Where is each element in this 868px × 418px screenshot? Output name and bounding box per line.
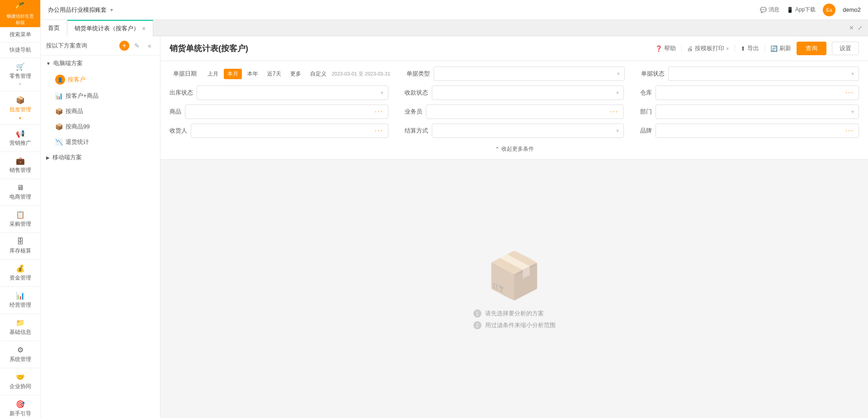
type-filter-col: 单据类型 ▾ (406, 66, 624, 81)
warehouse-col: 仓库 ··· (640, 86, 859, 100)
payment-method-label: 结算方式 (405, 127, 428, 135)
active-indicator: 👤 (55, 75, 65, 85)
sidebar-label-basic: 基础信息 (9, 328, 31, 336)
empty-tip-2: 2 用过滤条件来缩小分析范围 (473, 321, 556, 329)
help-action[interactable]: ❓ 帮助 (655, 44, 676, 52)
date-range-display: 2023-03-01 至 2023-03-31 (332, 71, 391, 77)
left-panel-header: 按以下方案查询 + ✎ « (41, 36, 160, 56)
sidebar-item-ecommerce[interactable]: 🖥 电商管理 (0, 179, 40, 206)
close-window-icon[interactable]: ✕ (849, 24, 854, 31)
pc-scheme-group: ▼ 电脑端方案 👤 按客户 📊 按客户+商品 📦 按商品 (41, 56, 160, 150)
collapse-bar[interactable]: ⌃ 收起更多条件 (170, 142, 859, 156)
product99-icon: 📦 (55, 123, 63, 130)
sidebar-item-sales[interactable]: 💼 销售管理 (0, 152, 40, 179)
sidebar-label-system: 系统管理 (9, 356, 31, 363)
sidebar-item-basic[interactable]: 📁 基础信息 (0, 314, 40, 341)
print-label: 按模板打印 (695, 44, 724, 52)
logo-text: 畅捷信好生意 (7, 14, 34, 19)
help-icon: ❓ (655, 45, 662, 52)
sidebar-label-purchase: 采购管理 (9, 220, 31, 228)
sidebar-item-purchase[interactable]: 📋 采购管理 (0, 206, 40, 233)
scheme-item-customer[interactable]: 👤 按客户 (41, 71, 160, 88)
tab-sales-stats[interactable]: 销货单统计表（按客户） × (67, 20, 153, 36)
tab-home[interactable]: 首页 (41, 20, 67, 36)
goods-select[interactable]: ··· (185, 104, 388, 119)
goods-label: 商品 (170, 108, 181, 116)
payment-method-select[interactable]: ▾ (432, 124, 623, 138)
divider3 (764, 45, 765, 52)
date-btn-last7[interactable]: 近7天 (264, 69, 285, 79)
staff-col: 业务员 ··· (405, 104, 623, 119)
app-download-action[interactable]: 📱 App下载 (787, 6, 816, 14)
sidebar-item-inventory[interactable]: 🗄 库存核算 (0, 233, 40, 260)
sidebar-label-sales: 销售管理 (9, 166, 31, 174)
edit-scheme-button[interactable]: ✎ (132, 41, 142, 51)
date-btn-custom[interactable]: 自定义 (307, 69, 330, 79)
guide-icon: 🎯 (16, 400, 25, 408)
sidebar-label-marketing: 营销推广 (9, 139, 31, 147)
filter-row-2: 出库状态 ▾ 收款状态 ▾ 仓库 (170, 86, 859, 100)
tab-close-icon[interactable]: × (142, 25, 146, 32)
receiver-select[interactable]: ··· (191, 124, 388, 138)
mobile-scheme-section[interactable]: ▶ 移动端方案 (41, 150, 160, 165)
sidebar-item-finance[interactable]: 💰 资金管理 (0, 260, 40, 287)
payment-status-select[interactable]: ▾ (432, 86, 623, 100)
user-avatar[interactable]: Ea (823, 4, 835, 16)
add-scheme-button[interactable]: + (119, 41, 129, 51)
sidebar-label-operations: 经营管理 (9, 301, 31, 309)
export-icon: ⬆ (741, 45, 745, 52)
topbar-dropdown-icon[interactable]: ▾ (110, 7, 113, 13)
brand-dots: ··· (845, 127, 854, 135)
dept-select[interactable]: ▾ (656, 104, 859, 119)
warehouse-select[interactable]: ··· (656, 86, 859, 100)
sidebar-item-guide[interactable]: 🎯 新手引导 (0, 395, 40, 418)
date-btn-thismonth[interactable]: 本月 (224, 69, 242, 79)
payment-method-col: 结算方式 ▾ (405, 124, 623, 138)
pc-scheme-group-header[interactable]: ▼ 电脑端方案 (41, 56, 160, 71)
maximize-window-icon[interactable]: ⤢ (858, 24, 863, 31)
export-action[interactable]: ⬆ 导出 (741, 44, 759, 52)
date-btn-thisyear[interactable]: 本年 (244, 69, 262, 79)
sidebar-item-system[interactable]: ⚙ 系统管理 (0, 341, 40, 368)
goods-col: 商品 ··· (170, 104, 388, 119)
brand-select[interactable]: ··· (656, 124, 859, 138)
search-menu[interactable]: 搜索菜单 (0, 27, 40, 43)
operations-icon: 📊 (16, 291, 25, 300)
expand-mobile-icon: ▶ (46, 155, 50, 160)
receiver-col: 收货人 ··· (170, 124, 388, 138)
sidebar-label-enterprise: 企业协同 (9, 383, 31, 390)
payment-status-arrow: ▾ (616, 90, 619, 96)
scheme-item-product[interactable]: 📦 按商品 (41, 104, 160, 119)
sidebar-item-enterprise[interactable]: 🤝 企业协同 (0, 368, 40, 395)
out-status-select[interactable]: ▾ (197, 86, 388, 100)
collapse-panel-button[interactable]: « (145, 41, 155, 51)
left-panel: 按以下方案查询 + ✎ « ▼ 电脑端方案 👤 按客户 (41, 36, 160, 418)
scheme-item-product99[interactable]: 📦 按商品99 (41, 119, 160, 134)
print-action[interactable]: 🖨 按模板打印 ▾ (687, 44, 729, 52)
sidebar-item-retail[interactable]: 🛒 零售管理 ▾ (0, 58, 40, 91)
staff-select[interactable]: ··· (426, 104, 623, 119)
sidebar-item-marketing[interactable]: 📢 营销推广 (0, 125, 40, 152)
query-button[interactable]: 查询 (797, 42, 826, 55)
message-action[interactable]: 💬 消息 (760, 6, 779, 14)
sidebar-item-wholesale[interactable]: 📦 批发管理 ▴ (0, 91, 40, 125)
scheme-product99-label: 按商品99 (66, 123, 90, 131)
retail-icon: 🛒 (16, 62, 25, 71)
sidebar-item-operations[interactable]: 📊 经营管理 (0, 287, 40, 314)
content-area: 按以下方案查询 + ✎ « ▼ 电脑端方案 👤 按客户 (41, 36, 868, 418)
scheme-item-customer-product[interactable]: 📊 按客户+商品 (41, 88, 160, 104)
sidebar-label-guide: 新手引导 (9, 410, 31, 418)
date-btn-lastmonth[interactable]: 上月 (204, 69, 222, 79)
filter-row-1: 单据日期 上月 本月 本年 近7天 更多 自定义 2023-03-01 至 20… (170, 66, 859, 81)
scheme-item-returns[interactable]: 📉 退货统计 (41, 134, 160, 150)
type-select[interactable]: ▾ (434, 66, 624, 81)
refresh-action[interactable]: 🔄 刷新 (770, 44, 791, 52)
setting-button[interactable]: 设置 (832, 42, 859, 55)
date-btn-more[interactable]: 更多 (287, 69, 305, 79)
tab-sales-stats-label: 销货单统计表（按客户） (75, 24, 139, 33)
sidebar-label-retail: 零售管理 (9, 72, 31, 80)
status-select[interactable]: ▾ (668, 66, 859, 81)
user-name[interactable]: demo2 (843, 6, 861, 13)
expand-icon: ▾ (19, 81, 21, 86)
quick-nav[interactable]: 快捷导航 (0, 43, 40, 58)
